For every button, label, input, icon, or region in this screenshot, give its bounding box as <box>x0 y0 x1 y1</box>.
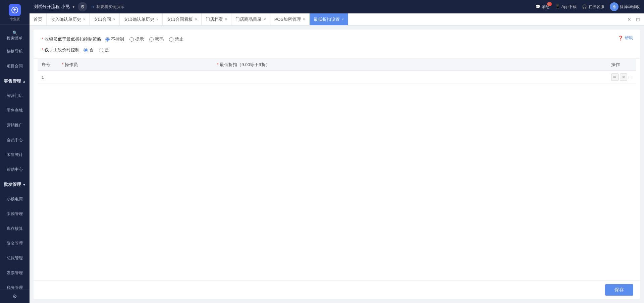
sidebar-item-purchase-manage[interactable]: 采购管理 <box>0 207 30 221</box>
discount-control-radio-group: 不控制 提示 密码 禁止 <box>105 36 183 42</box>
radio-remind-label: 提示 <box>135 36 144 42</box>
sidebar-item-retail-stats[interactable]: 零售统计 <box>0 148 30 162</box>
tab-store-archive-label: 门店档案 <box>206 16 223 22</box>
sidebar-item-project-contract[interactable]: 项目合同 <box>0 59 30 74</box>
tab-pos-password-label: POS加密管理 <box>274 16 301 22</box>
logo-icon <box>9 4 21 16</box>
sidebar-item-retail-mall[interactable]: 零售商城 <box>0 103 30 118</box>
customer-service-text: 在线客服 <box>588 4 604 10</box>
app-download-text: App下载 <box>561 4 577 10</box>
table-row: 1 ✏ ✕ <box>38 71 636 84</box>
tab-store-product[interactable]: 门店商品目录 × <box>231 13 270 26</box>
sidebar-item-general-ledger[interactable]: 总账管理 <box>0 251 30 266</box>
sidebar-item-invoice[interactable]: 发票管理 <box>0 266 30 281</box>
hand-price-label: * 仅手工改价时控制 <box>42 47 79 53</box>
customer-service-button[interactable]: 🎧 在线客服 <box>582 4 604 10</box>
radio-remind-input[interactable] <box>129 37 134 42</box>
sidebar-item-tax[interactable]: 税务管理 <box>0 281 30 290</box>
inventory-label: 库存核算 <box>7 226 23 232</box>
tab-pos-password-close-icon[interactable]: × <box>303 17 305 21</box>
quick-nav-label: 快捷导航 <box>7 49 23 54</box>
tab-payment-contract[interactable]: 支出合同 × <box>90 13 119 26</box>
row-delete-button[interactable]: ✕ <box>620 73 627 81</box>
radio-no-control-input[interactable] <box>105 37 110 42</box>
radio-hand-price-yes[interactable]: 是 <box>99 47 109 53</box>
tab-payment-contract-label: 支出合同 <box>94 16 111 22</box>
discount-table: 序号 * 操作员 * 最低折扣（9.00等于9折） 操作 1 <box>38 59 636 84</box>
help-icon: ❓ <box>618 36 623 41</box>
tab-income-history[interactable]: 收入确认单历史 × <box>47 13 90 26</box>
table-cell-operator <box>58 71 213 84</box>
topbar-project-selector[interactable]: 测试分开流程-小见 ▼ <box>34 4 75 10</box>
tabs-close-icon[interactable]: ✕ <box>626 16 633 23</box>
tab-store-archive[interactable]: 门店档案 × <box>202 13 231 26</box>
tab-home[interactable]: 首页 <box>30 13 47 26</box>
app-download-button[interactable]: 📱 App下载 <box>555 4 577 10</box>
radio-password-input[interactable] <box>149 37 154 42</box>
radio-remind[interactable]: 提示 <box>129 36 144 42</box>
radio-password[interactable]: 密码 <box>149 36 164 42</box>
search-icon: 🔍 <box>12 31 17 36</box>
logo-text: 专业版 <box>10 17 20 21</box>
sidebar: 专业版 🔍 搜索菜单 快捷导航 项目合同 零售管理 ▲ 智营门店 零售商城 营销… <box>0 0 30 303</box>
radio-ban[interactable]: 禁止 <box>169 36 183 42</box>
user-profile-button[interactable]: 徐 徐泽华修改 <box>610 2 640 11</box>
message-button[interactable]: 💬 消息 8 <box>535 4 550 10</box>
tab-pos-password[interactable]: POS加密管理 × <box>270 13 310 26</box>
help-center-label: 帮助中心 <box>7 167 23 172</box>
sidebar-item-member-center[interactable]: 会员中心 <box>0 133 30 148</box>
tab-income-history-close-icon[interactable]: × <box>83 17 85 21</box>
table-cell-discount <box>213 71 607 84</box>
radio-ban-input[interactable] <box>169 37 173 42</box>
save-button[interactable]: 保存 <box>605 284 633 296</box>
tab-payment-contract-board[interactable]: 支出合同看板 × <box>163 13 201 26</box>
settings-gear-icon[interactable]: ⚙ <box>12 293 17 300</box>
tabs-expand-icon[interactable]: ⊡ <box>635 16 641 23</box>
tab-min-discount[interactable]: 最低折扣设置 × <box>310 13 348 26</box>
sidebar-item-quick-nav[interactable]: 快捷导航 <box>0 44 30 59</box>
sidebar-item-batch-manage[interactable]: 批发管理 ▼ <box>0 177 30 192</box>
radio-hand-price-no[interactable]: 否 <box>84 47 94 53</box>
tab-payment-contract-board-close-icon[interactable]: × <box>195 17 197 21</box>
sidebar-item-marketing[interactable]: 营销推广 <box>0 118 30 133</box>
required-star: * <box>42 37 45 42</box>
row-drag-handle[interactable]: ⋮⋮ <box>629 75 632 79</box>
topbar-demo-link[interactable]: ○ 我要看实例演示 <box>91 4 124 10</box>
demo-circle-icon: ○ <box>91 4 94 9</box>
topbar: 测试分开流程-小见 ▼ ⚙ ○ 我要看实例演示 💬 消息 8 📱 App下载 🎧… <box>30 0 644 13</box>
table-cell-seq: 1 <box>38 71 58 84</box>
sidebar-item-ecommerce[interactable]: 小畅电商 <box>0 192 30 207</box>
tab-payment-confirm-history-label: 支出确认单历史 <box>124 16 154 22</box>
tab-store-archive-close-icon[interactable]: × <box>225 17 227 21</box>
tab-min-discount-close-icon[interactable]: × <box>342 17 344 21</box>
tab-payment-confirm-history[interactable]: 支出确认单历史 × <box>120 13 163 26</box>
col-header-operator: * 操作员 <box>58 59 213 71</box>
tab-home-label: 首页 <box>34 16 42 22</box>
sidebar-item-retail-manage[interactable]: 零售管理 ▲ <box>0 74 30 89</box>
table-section: 序号 * 操作员 * 最低折扣（9.00等于9折） 操作 1 <box>34 59 640 281</box>
row-edit-button[interactable]: ✏ <box>611 73 619 81</box>
sidebar-item-finance[interactable]: 资金管理 <box>0 236 30 251</box>
radio-hand-price-yes-input[interactable] <box>99 48 103 52</box>
tabs-bar-actions: ✕ ⊡ <box>623 16 644 23</box>
topbar-settings-button[interactable]: ⚙ <box>78 2 87 11</box>
table-cell-action: ✏ ✕ ⋮⋮ <box>607 71 636 84</box>
tab-store-product-close-icon[interactable]: × <box>264 17 266 21</box>
tax-label: 税务管理 <box>7 285 23 290</box>
sidebar-item-smart-store[interactable]: 智营门店 <box>0 89 30 103</box>
sidebar-item-help-center[interactable]: 帮助中心 <box>0 162 30 177</box>
row-action-icons: ✏ ✕ ⋮⋮ <box>611 73 632 81</box>
help-button[interactable]: ❓ 帮助 <box>618 35 633 41</box>
sidebar-item-inventory[interactable]: 库存核算 <box>0 221 30 236</box>
delete-icon: ✕ <box>622 75 625 80</box>
radio-no-control[interactable]: 不控制 <box>105 36 124 42</box>
batch-manage-arrow-icon: ▼ <box>22 183 26 187</box>
smart-store-label: 智营门店 <box>7 93 23 99</box>
radio-hand-price-no-input[interactable] <box>84 48 88 52</box>
tab-payment-contract-close-icon[interactable]: × <box>113 17 115 21</box>
sidebar-item-search[interactable]: 🔍 搜索菜单 <box>0 27 30 44</box>
retail-manage-arrow-icon: ▲ <box>22 79 26 84</box>
tab-payment-confirm-history-close-icon[interactable]: × <box>156 17 158 21</box>
hand-price-row: * 仅手工改价时控制 否 是 <box>42 47 632 53</box>
message-icon: 💬 <box>535 4 540 9</box>
